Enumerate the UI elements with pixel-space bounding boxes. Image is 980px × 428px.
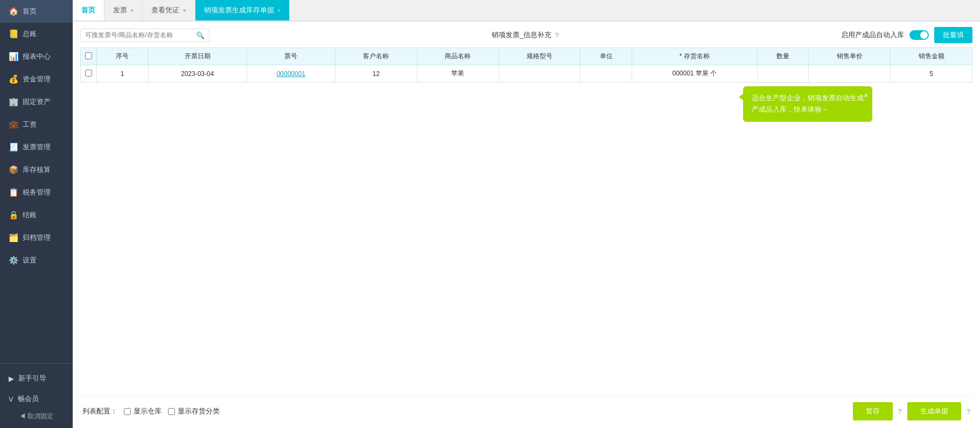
ledger-icon: 📒 (9, 29, 18, 39)
tab-invoice[interactable]: 发票 × (104, 0, 143, 20)
sidebar-item-label: 税务管理 (23, 188, 51, 197)
sidebar-item-payroll[interactable]: 💼 工资 (0, 113, 73, 136)
row-inventory-name: 000001 苹果 个 (632, 65, 757, 82)
row-seq: 1 (97, 65, 149, 82)
show-category-label[interactable]: 显示存货分类 (168, 406, 220, 416)
capital-icon: 💰 (9, 74, 18, 84)
toggle-switch[interactable] (909, 30, 929, 40)
sidebar-item-vip[interactable]: V 畅会员 (0, 389, 73, 409)
archive-icon: 🗂️ (9, 233, 18, 243)
table-header-row: 序号 开票日期 票号 客户名称 商品名称 规格型号 单位 * 存货名称 数量 销… (81, 48, 972, 65)
newbie-icon: ▶ (9, 375, 14, 383)
sidebar-item-capital[interactable]: 💰 资金管理 (0, 68, 73, 91)
inventory-icon: 📦 (9, 165, 18, 175)
sidebar-item-tax[interactable]: 📋 税务管理 (0, 181, 73, 204)
sidebar-item-label: 库存核算 (23, 165, 51, 175)
sidebar-item-inventory[interactable]: 📦 库存核算 (0, 158, 73, 181)
row-unit-price (809, 65, 891, 82)
header-unit: 单位 (580, 48, 632, 65)
sidebar-item-assets[interactable]: 🏢 固定资产 (0, 91, 73, 113)
generate-help-icon[interactable]: ? (967, 408, 970, 416)
sidebar-item-home[interactable]: 🏠 首页 (0, 0, 73, 23)
sidebar-bottom-label: 畅会员 (18, 394, 39, 404)
home-icon: 🏠 (9, 6, 18, 16)
save-button[interactable]: 暂存 (853, 402, 893, 420)
toolbar: 🔍 销项发票_信息补充 ? 启用产成品自动入库 批量填 (80, 27, 972, 43)
toolbar-center: 销项发票_信息补充 ? (492, 30, 558, 40)
row-qty (757, 65, 809, 82)
config-label: 列表配置： (82, 406, 117, 416)
row-model (499, 65, 580, 82)
show-warehouse-checkbox[interactable] (124, 408, 131, 415)
header-ticket-no: 票号 (247, 48, 335, 65)
header-qty: 数量 (757, 48, 809, 65)
tab-voucher[interactable]: 查看凭证 × (143, 0, 195, 20)
show-warehouse-text: 显示仓库 (134, 406, 162, 416)
search-input[interactable] (85, 31, 196, 39)
sidebar-item-ledger[interactable]: 📒 总账 (0, 23, 73, 45)
unpin-label: ◀ (19, 412, 27, 420)
tab-invoice-label: 发票 (113, 5, 127, 15)
tab-voucher-label: 查看凭证 (151, 5, 179, 15)
header-date: 开票日期 (148, 48, 247, 65)
sidebar-item-invoice[interactable]: 🧾 发票管理 (0, 136, 73, 158)
sidebar-bottom-label: 新手引导 (18, 374, 46, 383)
tab-invoice-close[interactable]: × (130, 7, 134, 13)
tooltip-close-button[interactable]: × (864, 89, 868, 101)
reports-icon: 📊 (9, 52, 18, 61)
header-unit-price: 销售单价 (809, 48, 891, 65)
row-customer: 12 (335, 65, 417, 82)
header-seq: 序号 (97, 48, 149, 65)
content-area: 🔍 销项发票_信息补充 ? 启用产成品自动入库 批量填 序号 开票日 (73, 22, 980, 428)
row-checkbox-cell[interactable] (81, 65, 97, 82)
vip-icon: V (9, 395, 13, 403)
toggle-label: 启用产成品自动入库 (841, 30, 904, 40)
sidebar-item-label: 结账 (23, 210, 37, 220)
generate-button[interactable]: 生成单据 (907, 402, 961, 420)
sidebar: 🏠 首页 📒 总账 📊 报表中心 💰 资金管理 🏢 固定资产 💼 工资 🧾 发票… (0, 0, 73, 428)
batch-button[interactable]: 批量填 (934, 27, 972, 43)
show-category-text: 显示存货分类 (178, 406, 220, 416)
row-checkbox[interactable] (85, 70, 92, 77)
row-ticket-no[interactable]: 00000001 (247, 65, 335, 82)
header-product: 商品名称 (417, 48, 499, 65)
sidebar-item-label: 发票管理 (23, 142, 51, 152)
sidebar-item-closing[interactable]: 🔒 结账 (0, 204, 73, 226)
assets-icon: 🏢 (9, 97, 18, 107)
tab-home-label: 首页 (81, 5, 95, 15)
search-box[interactable]: 🔍 (80, 29, 209, 42)
settings-icon: ⚙️ (9, 256, 18, 265)
tax-icon: 📋 (9, 188, 18, 197)
sidebar-item-reports[interactable]: 📊 报表中心 (0, 45, 73, 68)
tab-home[interactable]: 首页 (73, 0, 104, 20)
show-warehouse-label[interactable]: 显示仓库 (124, 406, 162, 416)
header-checkbox[interactable] (81, 48, 97, 65)
header-inventory-name: * 存货名称 (632, 48, 757, 65)
sidebar-item-archive[interactable]: 🗂️ 归档管理 (0, 226, 73, 249)
center-label: 销项发票_信息补充 (492, 30, 551, 40)
tab-cancel-invoice-close[interactable]: × (277, 7, 281, 13)
bottom-bar: 列表配置： 显示仓库 显示存货分类 暂存 ? 生成单据 ? (80, 396, 972, 423)
select-all-checkbox[interactable] (85, 52, 92, 59)
save-help-icon[interactable]: ? (898, 408, 902, 416)
sidebar-item-newbie[interactable]: ▶ 新手引导 (0, 368, 73, 389)
tab-voucher-close[interactable]: × (183, 7, 186, 13)
unpin-bar[interactable]: ◀ 取消固定 (0, 409, 73, 424)
unpin-text: 取消固定 (27, 412, 53, 420)
help-icon[interactable]: ? (555, 31, 559, 39)
sidebar-item-label: 首页 (23, 6, 37, 16)
header-model: 规格型号 (499, 48, 580, 65)
tooltip-popup: × 适合生产型企业，销项发票自动生成产成品入库，快来体验～ (743, 86, 872, 122)
tab-cancel-invoice-label: 销项发票生成库存单据 (204, 5, 274, 15)
row-unit (580, 65, 632, 82)
sidebar-item-settings[interactable]: ⚙️ 设置 (0, 249, 73, 272)
data-table: 序号 开票日期 票号 客户名称 商品名称 规格型号 单位 * 存货名称 数量 销… (80, 47, 972, 82)
sidebar-item-label: 工资 (23, 120, 37, 129)
row-amount: 5 (891, 65, 972, 82)
bottom-actions: 暂存 ? 生成单据 ? (853, 402, 970, 420)
invoice-icon: 🧾 (9, 142, 18, 152)
show-category-checkbox[interactable] (168, 408, 175, 415)
sidebar-item-label: 资金管理 (23, 74, 51, 84)
tab-cancel-invoice[interactable]: 销项发票生成库存单据 × (195, 0, 290, 20)
search-icon: 🔍 (196, 31, 205, 39)
